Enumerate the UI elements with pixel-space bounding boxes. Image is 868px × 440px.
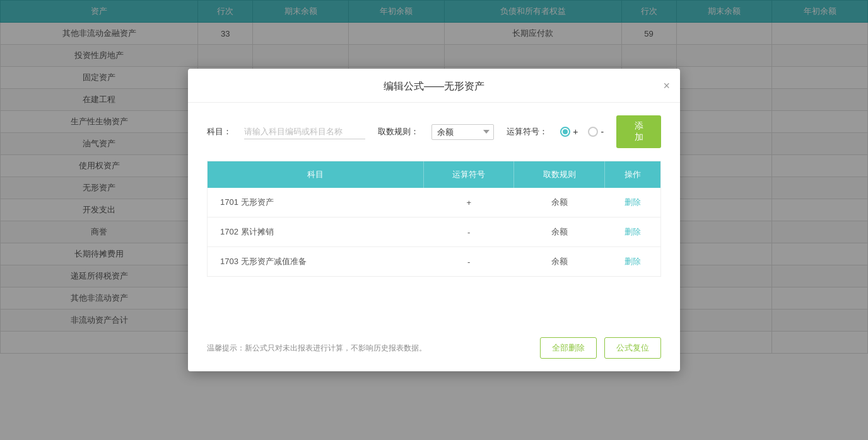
action-cell: 删除	[605, 247, 660, 277]
subject-input[interactable]	[244, 124, 365, 139]
modal-overlay: 编辑公式——无形资产 × 科目： 取数规则： 余额借方贷方借方发生额贷方发生额 …	[0, 0, 868, 440]
operator-radio-group: + -	[560, 127, 604, 137]
delete-row-link[interactable]: 删除	[625, 257, 641, 266]
rule-cell: 余额	[514, 217, 605, 247]
radio-minus-label: -	[601, 127, 604, 137]
delete-all-button[interactable]: 全部删除	[540, 337, 597, 359]
footer-tip: 温馨提示：新公式只对未出报表进行计算，不影响历史报表数据。	[207, 343, 426, 354]
table-row: 1703 无形资产减值准备-余额删除	[208, 247, 660, 277]
subject-cell: 1703 无形资产减值准备	[208, 247, 423, 277]
reset-formula-button[interactable]: 公式复位	[604, 337, 661, 359]
formula-table-wrapper: 科目运算符号取数规则操作 1701 无形资产+余额删除1702 累计摊销-余额删…	[207, 161, 661, 277]
inner-table-header: 操作	[605, 161, 660, 188]
edit-formula-modal: 编辑公式——无形资产 × 科目： 取数规则： 余额借方贷方借方发生额贷方发生额 …	[188, 69, 680, 371]
operator-cell: +	[423, 188, 514, 217]
radio-minus[interactable]: -	[588, 127, 604, 137]
action-cell: 删除	[605, 188, 660, 217]
modal-header: 编辑公式——无形资产 ×	[188, 69, 680, 103]
formula-table: 科目运算符号取数规则操作 1701 无形资产+余额删除1702 累计摊销-余额删…	[208, 161, 660, 276]
table-row: 1701 无形资产+余额删除	[208, 188, 660, 217]
delete-row-link[interactable]: 删除	[625, 197, 641, 207]
inner-table-header: 取数规则	[514, 161, 605, 188]
modal-title: 编辑公式——无形资产	[384, 81, 484, 91]
operator-cell: -	[423, 217, 514, 247]
rule-cell: 余额	[514, 188, 605, 217]
rule-select[interactable]: 余额借方贷方借方发生额贷方发生额	[431, 124, 494, 140]
modal-close-button[interactable]: ×	[663, 80, 670, 91]
subject-label: 科目：	[207, 126, 232, 137]
add-button[interactable]: 添加	[616, 115, 661, 148]
footer-buttons: 全部删除 公式复位	[540, 337, 661, 359]
rule-label: 取数规则：	[378, 126, 419, 137]
operator-cell: -	[423, 247, 514, 277]
formula-form: 科目： 取数规则： 余额借方贷方借方发生额贷方发生额 运算符号： + - 添加	[188, 103, 680, 161]
action-cell: 删除	[605, 217, 660, 247]
delete-row-link[interactable]: 删除	[625, 227, 641, 236]
modal-footer: 温馨提示：新公式只对未出报表进行计算，不影响历史报表数据。 全部删除 公式复位	[188, 325, 680, 371]
radio-minus-circle	[588, 127, 598, 137]
radio-plus[interactable]: +	[560, 127, 578, 137]
inner-table-header: 运算符号	[423, 161, 514, 188]
rule-cell: 余额	[514, 247, 605, 277]
radio-plus-label: +	[573, 127, 578, 137]
subject-cell: 1701 无形资产	[208, 188, 423, 217]
radio-plus-circle	[560, 127, 570, 137]
operator-label: 运算符号：	[507, 126, 548, 137]
inner-table-header: 科目	[208, 161, 423, 188]
rule-select-group: 余额借方贷方借方发生额贷方发生额	[431, 124, 494, 140]
subject-cell: 1702 累计摊销	[208, 217, 423, 247]
table-row: 1702 累计摊销-余额删除	[208, 217, 660, 247]
